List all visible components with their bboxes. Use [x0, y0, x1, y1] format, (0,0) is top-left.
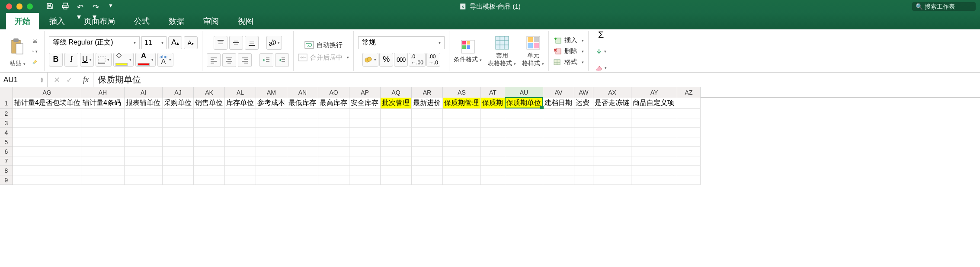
cell[interactable] — [81, 175, 125, 185]
cell[interactable] — [13, 118, 81, 128]
tab-数据[interactable]: 数据 — [160, 13, 193, 29]
cell[interactable] — [631, 147, 677, 156]
cell[interactable] — [412, 118, 443, 128]
column-header-AG[interactable]: AG — [13, 87, 81, 98]
cell[interactable] — [543, 147, 574, 156]
cell[interactable] — [593, 147, 631, 156]
cell[interactable] — [574, 156, 593, 166]
cell[interactable] — [349, 147, 381, 156]
fill-color-button[interactable] — [113, 53, 134, 67]
cell[interactable] — [163, 166, 194, 175]
cell[interactable] — [318, 175, 349, 185]
cell[interactable] — [163, 175, 194, 185]
cell[interactable] — [505, 166, 543, 175]
increase-font-button[interactable]: A▴ — [168, 36, 182, 49]
cell[interactable] — [631, 175, 677, 185]
formula-input[interactable]: 保质期单位 — [93, 74, 980, 86]
cell[interactable] — [13, 147, 81, 156]
decrease-decimal-button[interactable]: .00→.0 — [426, 53, 440, 67]
cell[interactable] — [505, 128, 543, 137]
cell[interactable] — [13, 137, 81, 147]
select-all-corner[interactable] — [0, 87, 13, 98]
cell[interactable] — [125, 175, 163, 185]
column-header-AV[interactable]: AV — [543, 87, 574, 98]
cell[interactable] — [318, 118, 349, 128]
cell[interactable] — [381, 137, 412, 147]
row-header-2[interactable]: 2 — [0, 109, 13, 118]
cell[interactable] — [574, 109, 593, 118]
cell[interactable] — [256, 156, 287, 166]
insert-cells-button[interactable]: 插入 — [553, 36, 584, 44]
cell[interactable] — [125, 137, 163, 147]
cell[interactable]: 采购单位 — [163, 98, 194, 109]
cell[interactable] — [543, 166, 574, 175]
cell[interactable]: 最新进价 — [412, 98, 443, 109]
cell[interactable] — [287, 156, 318, 166]
cell[interactable] — [631, 166, 677, 175]
cell[interactable] — [677, 156, 701, 166]
cell[interactable] — [225, 147, 256, 156]
cell[interactable] — [194, 128, 225, 137]
column-header-AW[interactable]: AW — [574, 87, 593, 98]
row-header-5[interactable]: 5 — [0, 137, 13, 147]
cell[interactable] — [481, 166, 505, 175]
cell[interactable] — [412, 147, 443, 156]
paste-label[interactable]: 粘贴 — [10, 60, 26, 67]
cell[interactable] — [318, 166, 349, 175]
search-input[interactable] — [925, 3, 972, 10]
cell[interactable]: 报表辅单位 — [125, 98, 163, 109]
currency-button[interactable] — [362, 53, 378, 67]
autosum-button[interactable]: Σ — [593, 28, 609, 42]
cell[interactable] — [349, 118, 381, 128]
cell[interactable] — [194, 137, 225, 147]
column-header-AM[interactable]: AM — [256, 87, 287, 98]
column-header-AP[interactable]: AP — [349, 87, 381, 98]
column-header-AL[interactable]: AL — [225, 87, 256, 98]
paste-button[interactable] — [8, 35, 27, 58]
cell[interactable] — [13, 128, 81, 137]
cell[interactable]: 保质期管理 — [443, 98, 481, 109]
merge-center-button[interactable]: 合并后居中 — [298, 54, 349, 62]
wrap-text-button[interactable]: 自动换行 — [304, 41, 343, 49]
cell[interactable] — [349, 109, 381, 118]
redo-icon[interactable]: ↷ ▾ — [93, 3, 100, 10]
cell[interactable] — [412, 156, 443, 166]
cell[interactable] — [287, 166, 318, 175]
cell[interactable] — [677, 98, 701, 109]
confirm-edit-icon[interactable]: ✓ — [66, 75, 73, 85]
cell[interactable] — [13, 109, 81, 118]
cell[interactable] — [287, 137, 318, 147]
cell[interactable] — [543, 118, 574, 128]
cell[interactable] — [256, 137, 287, 147]
cell[interactable] — [194, 118, 225, 128]
column-header-AY[interactable]: AY — [631, 87, 677, 98]
cell[interactable] — [81, 137, 125, 147]
tab-开始[interactable]: 开始 — [6, 13, 39, 29]
cell[interactable] — [505, 137, 543, 147]
cell[interactable] — [443, 156, 481, 166]
cell[interactable] — [256, 118, 287, 128]
cell[interactable] — [481, 147, 505, 156]
cell[interactable] — [574, 128, 593, 137]
column-header-AH[interactable]: AH — [81, 87, 125, 98]
cell[interactable] — [505, 147, 543, 156]
cell[interactable] — [381, 175, 412, 185]
cell[interactable]: 运费 — [574, 98, 593, 109]
cell[interactable] — [256, 175, 287, 185]
cell[interactable] — [481, 109, 505, 118]
conditional-format-button[interactable]: 条件格式 — [454, 39, 482, 64]
cell[interactable] — [381, 166, 412, 175]
cell[interactable] — [412, 137, 443, 147]
column-header-AR[interactable]: AR — [412, 87, 443, 98]
cell[interactable] — [381, 147, 412, 156]
align-left-button[interactable] — [207, 53, 221, 67]
cell[interactable] — [225, 137, 256, 147]
cell[interactable] — [125, 109, 163, 118]
format-painter-button[interactable] — [30, 57, 40, 67]
cell[interactable] — [593, 175, 631, 185]
decrease-indent-button[interactable] — [259, 53, 273, 67]
cell[interactable] — [194, 175, 225, 185]
cell[interactable] — [631, 128, 677, 137]
print-icon[interactable] — [61, 2, 69, 11]
cell[interactable] — [543, 156, 574, 166]
